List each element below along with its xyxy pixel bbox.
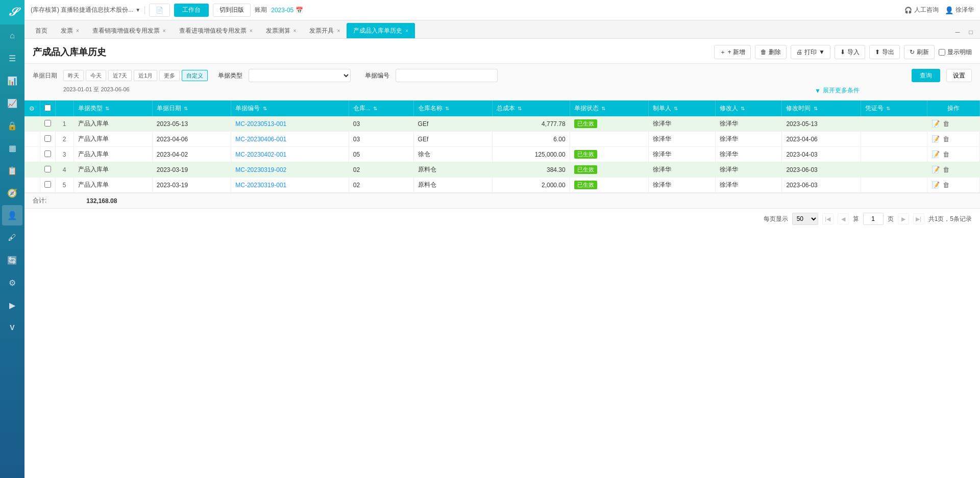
row-checkbox-cell-4[interactable] xyxy=(40,178,55,193)
number-input[interactable] xyxy=(396,69,498,82)
sidebar-item-play[interactable]: ▶ xyxy=(2,295,22,315)
th-modify-time[interactable]: 修改时间 ⇅ xyxy=(782,100,861,116)
th-warehouse-code[interactable]: 仓库... ⇅ xyxy=(349,100,413,116)
delete-btn[interactable]: 🗑 删除 xyxy=(755,45,787,59)
btn-more[interactable]: 更多 xyxy=(159,70,180,81)
next-page-btn[interactable]: ▶ xyxy=(898,213,909,224)
th-type[interactable]: 单据类型 ⇅ xyxy=(74,100,152,116)
tab-invoice[interactable]: 发票 × xyxy=(54,23,86,38)
btn-custom[interactable]: 自定义 xyxy=(182,70,208,81)
tab-history[interactable]: 产成品入库单历史 × xyxy=(347,23,415,38)
th-number[interactable]: 单据编号 ⇅ xyxy=(231,100,349,116)
row-checkbox-0[interactable] xyxy=(44,120,51,127)
refresh-btn[interactable]: ↻ 刷新 xyxy=(904,45,935,59)
tab-view-sales[interactable]: 查看销项增值税专用发票 × xyxy=(86,23,173,38)
sidebar-item-stamp[interactable]: 🖋 xyxy=(2,228,22,248)
row-delete-btn-4[interactable]: 🗑 xyxy=(943,181,949,189)
tab-calc-close[interactable]: × xyxy=(293,28,297,34)
row-checkbox-2[interactable] xyxy=(44,150,51,157)
select-all-checkbox[interactable] xyxy=(44,105,51,111)
th-warehouse-name[interactable]: 仓库名称 ⇅ xyxy=(413,100,492,116)
tab-minimize-btn[interactable]: ─ xyxy=(952,27,963,37)
row-edit-btn-2[interactable]: 📝 xyxy=(932,150,940,158)
tab-open-close[interactable]: × xyxy=(337,28,340,34)
sidebar-item-home[interactable]: ⌂ xyxy=(2,26,22,46)
import-btn[interactable]: ⬇ 导入 xyxy=(835,45,865,59)
first-page-btn[interactable]: |◀ xyxy=(822,213,834,224)
sidebar-item-nav[interactable]: 🧭 xyxy=(2,183,22,203)
print-btn[interactable]: 🖨 打印 ▼ xyxy=(791,45,830,59)
row-checkbox-cell-3[interactable] xyxy=(40,162,55,178)
row-checkbox-4[interactable] xyxy=(44,181,51,188)
th-voucher[interactable]: 凭证号 ⇅ xyxy=(861,100,927,116)
query-btn[interactable]: 查询 xyxy=(912,69,940,82)
row-delete-btn-1[interactable]: 🗑 xyxy=(943,135,949,143)
settings-filter-btn[interactable]: 设置 xyxy=(946,69,972,82)
btn-1month[interactable]: 近1月 xyxy=(134,70,157,81)
th-modifier[interactable]: 修改人 ⇅ xyxy=(715,100,782,116)
expand-filter-btn[interactable]: ▼ 展开更多条件 xyxy=(815,86,860,95)
row-delete-btn-3[interactable]: 🗑 xyxy=(943,166,949,173)
tab-history-close[interactable]: × xyxy=(405,28,408,34)
tab-view-purchase-close[interactable]: × xyxy=(250,28,253,34)
th-creator[interactable]: 制单人 ⇅ xyxy=(649,100,716,116)
sidebar-item-person[interactable]: 👤 xyxy=(2,205,22,225)
page-number-input[interactable] xyxy=(863,213,884,225)
th-total-cost[interactable]: 总成本 ⇅ xyxy=(492,100,570,116)
row-number-1[interactable]: MC-20230406-001 xyxy=(231,132,349,147)
row-number-3[interactable]: MC-20230319-002 xyxy=(231,162,349,178)
row-delete-btn-2[interactable]: 🗑 xyxy=(943,150,949,158)
sidebar-item-v[interactable]: V xyxy=(2,317,22,338)
btn-today[interactable]: 今天 xyxy=(86,70,106,81)
tab-open[interactable]: 发票开具 × xyxy=(303,23,347,38)
sidebar-item-lock[interactable]: 🔒 xyxy=(2,115,22,136)
company-selector[interactable]: (库存核算) 直播轻捷通信息技术股份... ▼ xyxy=(31,6,140,14)
btn-yesterday[interactable]: 昨天 xyxy=(63,70,84,81)
tab-invoice-close[interactable]: × xyxy=(76,28,79,34)
calendar-icon[interactable]: 📅 xyxy=(296,7,303,14)
doc-btn[interactable]: 📄 xyxy=(149,4,170,17)
row-checkbox-1[interactable] xyxy=(44,135,51,142)
workbench-btn[interactable]: 工作台 xyxy=(174,4,209,17)
row-edit-btn-0[interactable]: 📝 xyxy=(932,120,940,128)
row-number-0[interactable]: MC-20230513-001 xyxy=(231,116,349,132)
new-btn[interactable]: ＋ + 新增 xyxy=(714,45,751,59)
per-page-select[interactable]: 50 10 20 100 xyxy=(792,213,818,225)
row-checkbox-3[interactable] xyxy=(44,166,51,172)
row-delete-btn-0[interactable]: 🗑 xyxy=(943,120,949,128)
switch-btn[interactable]: 切到旧版 xyxy=(213,4,251,17)
th-status[interactable]: 单据状态 ⇅ xyxy=(570,100,648,116)
btn-7days[interactable]: 近7天 xyxy=(108,70,132,81)
last-page-btn[interactable]: ▶| xyxy=(913,213,924,224)
type-select[interactable] xyxy=(249,69,351,82)
tab-calc[interactable]: 发票测算 × xyxy=(259,23,303,38)
tab-view-sales-close[interactable]: × xyxy=(163,28,166,34)
th-date[interactable]: 单据日期 ⇅ xyxy=(152,100,231,116)
show-detail-checkbox[interactable] xyxy=(939,49,945,56)
row-checkbox-cell-1[interactable] xyxy=(40,132,55,147)
tab-home[interactable]: 首页 xyxy=(29,23,54,38)
prev-page-btn[interactable]: ◀ xyxy=(838,213,849,224)
sidebar-item-chart[interactable]: 📊 xyxy=(2,70,22,91)
row-edit-btn-4[interactable]: 📝 xyxy=(932,181,940,189)
row-checkbox-cell-0[interactable] xyxy=(40,116,55,132)
row-number-4[interactable]: MC-20230319-001 xyxy=(231,178,349,193)
tab-maximize-btn[interactable]: □ xyxy=(966,27,976,37)
sidebar-item-refresh2[interactable]: 🔄 xyxy=(2,250,22,270)
row-edit-btn-3[interactable]: 📝 xyxy=(932,166,940,173)
sidebar-item-settings[interactable]: ⚙ xyxy=(2,272,22,293)
tab-view-purchase[interactable]: 查看进项增值税专用发票 × xyxy=(173,23,259,38)
row-edit-btn-1[interactable]: 📝 xyxy=(932,135,940,143)
sidebar-item-docs[interactable]: ☰ xyxy=(2,48,22,68)
row-checkbox-cell-2[interactable] xyxy=(40,147,55,162)
sidebar-item-report[interactable]: 📋 xyxy=(2,160,22,181)
th-checkbox[interactable] xyxy=(40,100,55,116)
row-number-2[interactable]: MC-20230402-001 xyxy=(231,147,349,162)
user-menu[interactable]: 👤 徐泽华 xyxy=(945,6,974,14)
show-detail-label[interactable]: 显示明细 xyxy=(939,48,972,57)
th-settings[interactable]: ⚙ xyxy=(24,100,40,116)
help-btn[interactable]: 🎧 人工咨询 xyxy=(904,6,939,14)
sidebar-item-grid[interactable]: ▦ xyxy=(2,138,22,158)
export-btn[interactable]: ⬆ 导出 xyxy=(869,45,900,59)
sidebar-item-analytics[interactable]: 📈 xyxy=(2,93,22,113)
